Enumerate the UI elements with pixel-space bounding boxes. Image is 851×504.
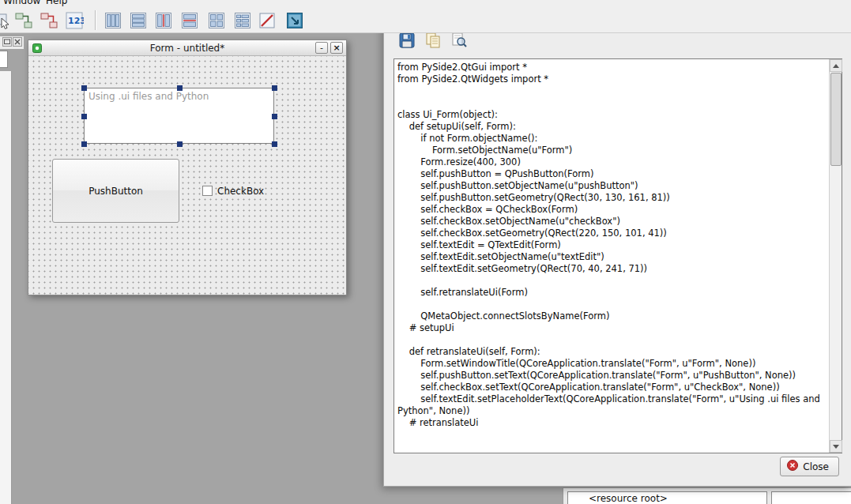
svg-text:123: 123 bbox=[68, 16, 84, 26]
edit-signals-slots-icon[interactable] bbox=[13, 10, 34, 31]
layout-form-icon[interactable] bbox=[232, 10, 253, 31]
minimize-button[interactable]: - bbox=[315, 42, 328, 54]
checkbox-indicator[interactable] bbox=[202, 186, 213, 196]
scroll-up-icon[interactable] bbox=[830, 59, 842, 72]
qt-designer-screen: Window Help 123 bbox=[0, 0, 851, 504]
toolbar-separator bbox=[95, 10, 96, 30]
textedit-placeholder: Using .ui files and Python bbox=[88, 91, 209, 102]
window-close-button[interactable]: × bbox=[330, 42, 343, 54]
form-window-titlebar[interactable]: Form - untitled* - × bbox=[28, 40, 346, 56]
form-editor-window: Form - untitled* - × Using .ui files and… bbox=[28, 39, 347, 295]
code-view[interactable]: from PySide2.QtGui import * from PySide2… bbox=[393, 58, 842, 453]
menu-help[interactable]: Help bbox=[46, 0, 67, 6]
resource-root-item[interactable]: <resource root> bbox=[568, 492, 766, 504]
textedit-widget[interactable]: Using .ui files and Python bbox=[84, 88, 274, 144]
layout-vertical-splitter-icon[interactable] bbox=[179, 10, 200, 31]
resize-handle-top-left[interactable] bbox=[81, 85, 87, 91]
close-button-label: Close bbox=[803, 461, 829, 472]
menubar: Window Help bbox=[0, 0, 851, 7]
dock-close-icon[interactable] bbox=[13, 37, 22, 47]
resource-browser-panel: <resource root> bbox=[563, 487, 851, 504]
edit-buddies-icon[interactable] bbox=[39, 10, 59, 31]
scroll-down-icon[interactable] bbox=[830, 440, 842, 453]
widget-box-dock bbox=[0, 36, 24, 504]
layout-horizontal-icon[interactable] bbox=[103, 10, 123, 31]
form-canvas[interactable]: Using .ui files and Python PushButton Ch… bbox=[28, 56, 346, 295]
main-toolbar: 123 bbox=[0, 7, 851, 33]
form-window-title: Form - untitled* bbox=[28, 43, 346, 54]
edit-widgets-icon[interactable] bbox=[0, 10, 13, 31]
pushbutton-widget[interactable]: PushButton bbox=[52, 159, 179, 223]
resource-detail-box[interactable] bbox=[771, 491, 851, 504]
adjust-size-icon[interactable] bbox=[284, 10, 305, 31]
checkbox-label: CheckBox bbox=[217, 186, 264, 197]
checkbox-widget[interactable]: CheckBox bbox=[202, 175, 282, 207]
dock-titlebar bbox=[0, 36, 24, 49]
widget-filter-input[interactable] bbox=[0, 51, 8, 68]
resource-tree[interactable]: <resource root> bbox=[567, 491, 767, 504]
edit-tab-order-icon[interactable]: 123 bbox=[64, 10, 85, 31]
code-text: from PySide2.QtGui import * from PySide2… bbox=[397, 62, 826, 450]
widget-box-list[interactable] bbox=[0, 71, 12, 504]
layout-grid-icon[interactable] bbox=[206, 10, 227, 31]
scrollbar-thumb[interactable] bbox=[830, 73, 842, 166]
resize-handle-bottom-left[interactable] bbox=[81, 141, 87, 147]
layout-vertical-icon[interactable] bbox=[128, 10, 149, 31]
resize-handle-bottom-right[interactable] bbox=[272, 141, 277, 147]
dock-float-icon[interactable] bbox=[2, 37, 12, 47]
pushbutton-label: PushButton bbox=[88, 186, 143, 197]
resize-handle-top[interactable] bbox=[177, 85, 183, 91]
view-code-dialog: from PySide2.QtGui import * from PySide2… bbox=[383, 14, 851, 487]
break-layout-icon[interactable] bbox=[257, 10, 277, 31]
menu-window[interactable]: Window bbox=[3, 0, 40, 6]
resize-handle-right[interactable] bbox=[272, 114, 277, 119]
resize-handle-top-right[interactable] bbox=[272, 85, 277, 91]
close-dialog-button[interactable]: Close bbox=[780, 457, 839, 476]
resize-handle-bottom[interactable] bbox=[177, 141, 183, 147]
resize-handle-left[interactable] bbox=[81, 114, 87, 119]
vertical-scrollbar[interactable] bbox=[829, 59, 842, 453]
dialog-close-icon bbox=[787, 460, 798, 473]
layout-horizontal-splitter-icon[interactable] bbox=[153, 10, 174, 31]
